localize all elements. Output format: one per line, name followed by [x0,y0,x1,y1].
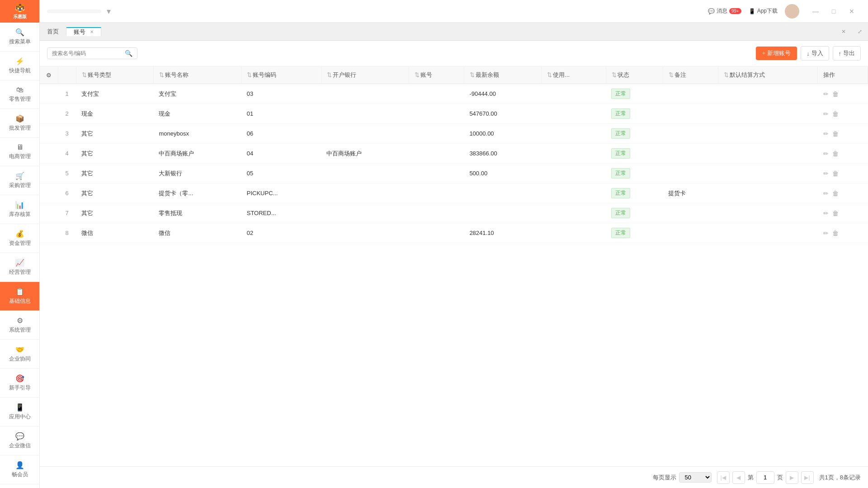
col-header-account[interactable]: ⇅账号 [409,66,464,84]
col-header-default_settle[interactable]: ⇅默认结算方式 [718,66,818,84]
row-remark [663,164,718,183]
close-btn[interactable]: ✕ [843,2,861,20]
sidebar-item-wholesale-mgmt[interactable]: 📦批发管理 [0,109,39,138]
page-number-input[interactable] [756,471,774,484]
page-suffix: 页 [777,474,783,482]
row-account_type: 其它 [76,164,153,183]
sidebar-item-purchase-mgmt[interactable]: 🛒采购管理 [0,166,39,195]
sidebar-item-app-center[interactable]: 📱应用中心 [0,398,39,427]
delete-btn[interactable]: 🗑 [832,130,839,137]
page-nav: |◀ ◀ 第 页 ▶ ▶| [717,471,814,484]
table-row: 4其它中百商场账户04中百商场账户383866.00正常 ✏ 🗑 [40,144,868,164]
sidebar-item-member[interactable]: 👤畅会员 [0,455,39,484]
tab-home[interactable]: 首页 [40,28,66,36]
page-size-dropdown[interactable]: 102050100 [679,472,712,483]
edit-btn[interactable]: ✏ [823,230,829,237]
page-label: 第 [748,474,754,482]
header-dropdown-icon[interactable]: ▾ [107,6,111,16]
col-sort-icon: ⇅ [82,71,87,78]
col-header-status[interactable]: ⇅状态 [606,66,663,84]
tab-close-icon[interactable]: ✕ [90,29,94,34]
delete-btn[interactable]: 🗑 [832,230,839,237]
sidebar-item-inventory-calc[interactable]: 📊库存核算 [0,195,39,224]
tab-account[interactable]: 账号✕ [66,27,101,36]
row-default-settle [718,183,818,203]
row-index: 1 [58,84,76,104]
row-settings [40,84,58,104]
edit-btn[interactable]: ✏ [823,130,829,137]
row-balance: 10000.00 [464,124,541,144]
delete-btn[interactable]: 🗑 [832,150,839,157]
sidebar-item-new-guide[interactable]: 🎯新手引导 [0,369,39,398]
delete-btn[interactable]: 🗑 [832,170,839,177]
col-sort-icon: ⇅ [470,71,475,78]
import-button[interactable]: ↓ 导入 [801,46,829,61]
edit-btn[interactable]: ✏ [823,210,829,217]
sidebar-item-enterprise-wechat[interactable]: 💬企业微信 [0,427,39,455]
sidebar-item-enterprise-agreement[interactable]: 🤝企业协同 [0,340,39,369]
delete-btn[interactable]: 🗑 [832,210,839,217]
row-use [542,223,606,243]
settings-icon[interactable]: ⚙ [46,72,52,79]
col-header-remark[interactable]: ⇅备注 [663,66,718,84]
content-toolbar: 🔍 + 新增账号 ↓ 导入 ↑ 导出 [40,41,868,66]
minimize-btn[interactable]: — [807,2,825,20]
tab-expand-btn[interactable]: ⤢ [852,23,868,41]
edit-btn[interactable]: ✏ [823,150,829,157]
next-page-btn[interactable]: ▶ [786,471,798,484]
first-page-btn[interactable]: |◀ [717,471,730,484]
sidebar-item-retail-mgmt[interactable]: 🛍零售管理 [0,80,39,109]
sidebar-item-sys-mgmt[interactable]: ⚙系统管理 [0,311,39,340]
row-default-settle [718,144,818,164]
col-sort-icon: ⇅ [415,71,420,78]
edit-btn[interactable]: ✏ [823,170,829,177]
table-row: 1支付宝支付宝03-90444.00正常 ✏ 🗑 [40,84,868,104]
row-balance: 383866.00 [464,144,541,164]
col-header-balance[interactable]: ⇅最新余额 [464,66,541,84]
add-account-button[interactable]: + 新增账号 [756,47,797,60]
header-left: ▾ [47,6,111,16]
import-label: 导入 [811,49,823,57]
row-bank [321,164,409,183]
sidebar-item-quick-nav[interactable]: ⚡快捷导航 [0,52,39,80]
delete-btn[interactable]: 🗑 [832,190,839,197]
sidebar-item-ops-mgmt[interactable]: 📈经营管理 [0,253,39,282]
prev-page-btn[interactable]: ◀ [732,471,745,484]
delete-btn[interactable]: 🗑 [832,90,839,98]
user-avatar[interactable] [785,4,799,19]
row-index: 6 [58,183,76,203]
row-account_code: 06 [241,124,321,144]
row-index: 7 [58,203,76,223]
sidebar-item-label: 企业微信 [9,442,31,449]
col-header-bank[interactable]: ⇅开户银行 [321,66,409,84]
enterprise-agreement-icon: 🤝 [4,345,36,354]
col-sort-icon: ⇅ [612,71,617,78]
sidebar-item-label: 采购管理 [9,182,31,188]
col-header-account_type[interactable]: ⇅账号类型 [76,66,153,84]
col-header-account_code[interactable]: ⇅账号编码 [241,66,321,84]
last-page-btn[interactable]: ▶| [801,471,814,484]
edit-btn[interactable]: ✏ [823,110,829,117]
maximize-btn[interactable]: □ [825,2,843,20]
sidebar-item-ecommerce-mgmt[interactable]: 🖥电商管理 [0,138,39,166]
sidebar-item-label: 库存核算 [9,211,31,217]
content-area: 🔍 + 新增账号 ↓ 导入 ↑ 导出 ⚙⇅账号类型⇅账号名称⇅账号编码⇅开户银行… [40,41,868,488]
edit-btn[interactable]: ✏ [823,90,829,98]
notification-btn[interactable]: 💬 消息 99+ [708,7,741,15]
edit-btn[interactable]: ✏ [823,190,829,197]
window-controls: — □ ✕ [807,2,861,20]
tab-close-window-btn[interactable]: ✕ [835,23,852,41]
header-search[interactable] [47,9,101,13]
delete-btn[interactable]: 🗑 [832,110,839,117]
search-input[interactable] [52,50,125,56]
col-header-account_name[interactable]: ⇅账号名称 [153,66,241,84]
sidebar-item-basic-info[interactable]: 📋基础信息 [0,282,39,311]
row-balance [464,183,541,203]
row-settings [40,104,58,124]
app-download-btn[interactable]: 📱 App下载 [749,7,778,15]
row-remark [663,124,718,144]
col-header-use[interactable]: ⇅使用... [542,66,606,84]
sidebar-item-finance-mgmt[interactable]: 💰资金管理 [0,224,39,253]
sidebar-item-search-menu[interactable]: 🔍搜索菜单 [0,23,39,52]
export-button[interactable]: ↑ 导出 [833,46,861,61]
